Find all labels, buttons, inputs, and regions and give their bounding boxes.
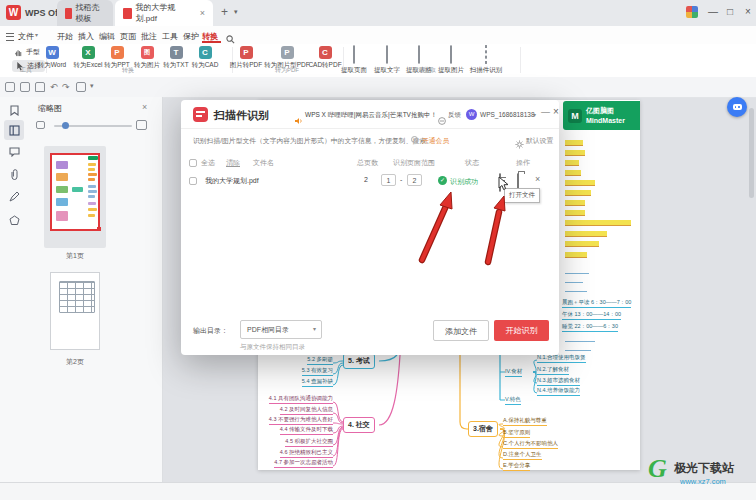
page-2-label: 第2页 bbox=[44, 357, 106, 367]
mindmap-subnode: IV.食材 bbox=[505, 368, 522, 377]
thumb-size-slider-knob[interactable] bbox=[62, 122, 69, 129]
assistant-fab-icon[interactable] bbox=[727, 97, 747, 117]
menu-insert[interactable]: 插入 bbox=[78, 31, 94, 42]
feedback-icon[interactable] bbox=[438, 111, 446, 129]
col-action: 操作 bbox=[516, 158, 530, 168]
signature-pen-icon[interactable] bbox=[7, 189, 21, 203]
scan-recognition-button[interactable]: 扫描件识别 bbox=[458, 46, 514, 75]
maximize-button[interactable]: □ bbox=[727, 6, 733, 17]
tab-list-caret-icon[interactable]: ▾ bbox=[234, 8, 238, 16]
text-fragment bbox=[565, 336, 595, 342]
tab-close-icon[interactable]: × bbox=[200, 8, 205, 18]
save-icon[interactable] bbox=[20, 82, 30, 92]
user-caret-icon[interactable]: ▾ bbox=[533, 111, 536, 118]
print-icon[interactable] bbox=[35, 82, 45, 92]
vertical-scrollbar[interactable] bbox=[749, 108, 754, 198]
menu-tools[interactable]: 工具 bbox=[162, 31, 178, 42]
text-fragment bbox=[565, 345, 591, 351]
menu-edit[interactable]: 编辑 bbox=[99, 31, 115, 42]
output-dir-select[interactable]: PDF相同目录 ▾ bbox=[240, 320, 322, 339]
range-from-input[interactable]: 1 bbox=[381, 174, 396, 186]
tab-document[interactable]: 我的大学规划.pdf × bbox=[115, 0, 213, 26]
hamburger-icon[interactable] bbox=[6, 33, 14, 41]
add-file-button[interactable]: 添加文件 bbox=[433, 320, 489, 341]
minimize-button[interactable]: — bbox=[708, 6, 718, 17]
new-tab-button[interactable]: + bbox=[221, 5, 228, 19]
stamp-icon[interactable] bbox=[76, 82, 86, 92]
menu-comment[interactable]: 批注 bbox=[141, 31, 157, 42]
schedule-item: 午休 13：00——14：00 bbox=[562, 311, 621, 320]
highlight-bar bbox=[565, 210, 585, 216]
thumbnail-page-1[interactable] bbox=[50, 153, 100, 231]
theme-icon[interactable] bbox=[686, 6, 698, 18]
success-check-icon: ✓ bbox=[438, 176, 447, 185]
highlight-bar bbox=[565, 200, 585, 206]
select-caret-icon: ▾ bbox=[313, 321, 316, 338]
default-settings-link[interactable]: 默认设置 bbox=[526, 136, 553, 146]
mindmap-item: A.保持礼貌与尊重 bbox=[503, 417, 547, 426]
schedule-item: 睡觉 22：00——6：30 bbox=[562, 323, 618, 332]
quick-access-bar bbox=[0, 77, 756, 98]
badge-line1: 亿图脑图 bbox=[586, 107, 614, 114]
close-button[interactable]: × bbox=[745, 6, 751, 17]
quickbar-caret-icon[interactable]: ▾ bbox=[90, 82, 94, 90]
dialog-minimize-button[interactable]: — bbox=[541, 107, 550, 117]
mindmap-node-dorm: 3.宿舍 bbox=[468, 421, 498, 437]
output-dir-hint: 与原文件保持相同目录 bbox=[240, 343, 305, 352]
watermark-site-url: www.xz7.com bbox=[680, 477, 726, 486]
open-folder-icon[interactable] bbox=[517, 174, 528, 186]
undo-icon[interactable]: ↶ bbox=[50, 82, 58, 92]
group-label-extract: 识别提取 bbox=[404, 66, 444, 75]
bookmark-icon[interactable] bbox=[7, 103, 21, 117]
menu-protect[interactable]: 保护 bbox=[183, 31, 199, 42]
zoom-in-thumb-icon[interactable] bbox=[136, 120, 147, 130]
panel-close-icon[interactable]: × bbox=[142, 102, 147, 112]
mindmap-item: C.个人行为不影响他人 bbox=[503, 440, 558, 449]
thumbnail-panel-icon[interactable] bbox=[4, 120, 24, 140]
mindmap-node-exam: 5. 考试 bbox=[343, 353, 375, 369]
highlight-bar bbox=[565, 160, 579, 166]
select-all-checkbox[interactable] bbox=[189, 159, 197, 167]
shapes-icon[interactable] bbox=[7, 213, 21, 227]
ribbon-divider bbox=[520, 47, 521, 73]
tab-label: 找稻壳模板 bbox=[76, 2, 105, 24]
watermark-site-name: 极光下载站 bbox=[674, 460, 734, 477]
menu-page[interactable]: 页面 bbox=[120, 31, 136, 42]
clear-link[interactable]: 清除 bbox=[226, 158, 240, 168]
highlight-bar bbox=[565, 231, 607, 237]
file-caret-icon[interactable]: ▾ bbox=[35, 31, 38, 38]
row-status: 识别成功 bbox=[450, 177, 478, 187]
attachment-icon[interactable] bbox=[7, 167, 21, 181]
gear-icon[interactable] bbox=[515, 135, 524, 153]
menu-home[interactable]: 开始 bbox=[57, 31, 73, 42]
dialog-close-button[interactable]: × bbox=[553, 106, 559, 117]
text-fragment bbox=[565, 277, 583, 283]
docer-icon bbox=[65, 8, 72, 19]
info-icon[interactable]: i bbox=[411, 136, 418, 143]
redo-icon[interactable]: ↷ bbox=[62, 82, 70, 92]
feedback-label[interactable]: 反馈 bbox=[448, 111, 461, 120]
active-menu-underline bbox=[202, 41, 221, 43]
username[interactable]: WPS_1686818138 bbox=[480, 111, 535, 118]
open-membership-link[interactable]: 开通会员 bbox=[422, 136, 449, 146]
menu-file[interactable]: 文件 bbox=[18, 31, 34, 42]
ppt-doc-icon: P bbox=[111, 46, 124, 59]
thumbnail-page-2[interactable] bbox=[50, 272, 100, 350]
user-avatar[interactable]: W bbox=[466, 109, 477, 120]
remove-file-icon[interactable]: × bbox=[535, 174, 540, 184]
tab-docer-templates[interactable]: 找稻壳模板 bbox=[57, 0, 113, 26]
mindmap-item: 5.2 多刷题 bbox=[307, 356, 333, 365]
comment-icon[interactable] bbox=[7, 145, 21, 159]
select-all-label[interactable]: 全选 bbox=[201, 158, 215, 168]
promo-banner[interactable]: WPS X 哔哩哔哩|网易云音乐|芒果TV抢购中！ bbox=[305, 111, 437, 120]
start-recognition-button[interactable]: 开始识别 bbox=[494, 320, 549, 341]
open-file-icon[interactable] bbox=[5, 82, 15, 92]
extract-table-icon bbox=[418, 45, 420, 64]
open-file-icon[interactable] bbox=[499, 174, 510, 186]
wps-window: W WPS Office 找稻壳模板 我的大学规划.pdf × + ▾ — □ … bbox=[0, 0, 756, 500]
highlight-bar bbox=[565, 180, 595, 186]
zoom-out-thumb-icon[interactable] bbox=[36, 121, 45, 129]
badge-line2: MindMaster bbox=[586, 117, 625, 124]
range-to-input[interactable]: 2 bbox=[407, 174, 422, 186]
row-checkbox[interactable] bbox=[189, 177, 197, 185]
